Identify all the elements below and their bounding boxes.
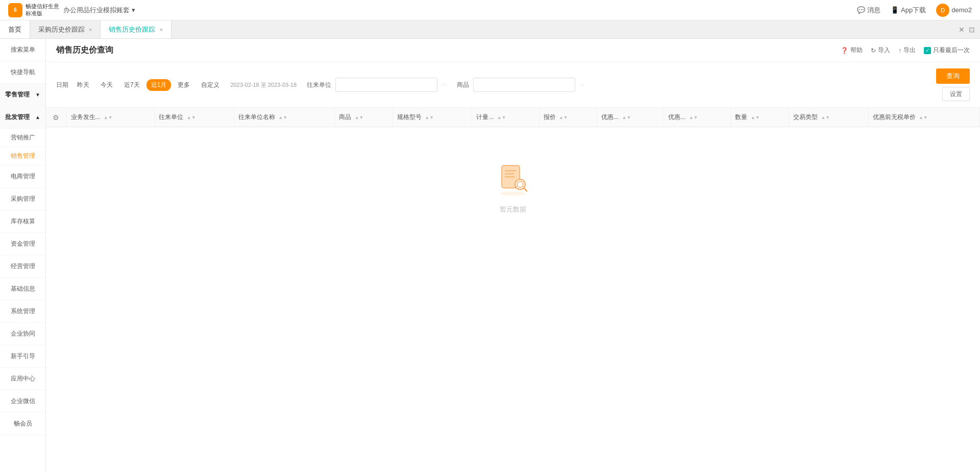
tab-close-sales[interactable]: × [159, 27, 162, 33]
sidebar-item-basic-info[interactable]: 基础信息 [0, 278, 45, 300]
sidebar-item-app-center[interactable]: 应用中心 [0, 368, 45, 390]
settings-button[interactable]: 设置 [942, 87, 970, 101]
export-btn[interactable]: ↑ 导出 [898, 46, 916, 55]
sort-arrows-partner-name: ▲▼ [278, 115, 287, 120]
sidebar-item-marketing[interactable]: 营销推广 [0, 129, 45, 147]
th-discount1[interactable]: 优惠... ▲▼ [597, 108, 664, 127]
th-business-date[interactable]: 业务发生... ▲▼ [66, 108, 155, 127]
date-filter-label: 日期 [56, 81, 68, 89]
main-layout: 搜索菜单 快捷导航 零售管理 ▼ 批发管理 ▲ 营销推广 销售管理 电商管理 采… [0, 39, 980, 472]
partner-input[interactable] [335, 78, 437, 92]
th-partner-code[interactable]: 往来单位 ▲▼ [155, 108, 234, 127]
date-btn-yesterday[interactable]: 昨天 [72, 79, 94, 91]
sidebar-item-retail[interactable]: 零售管理 ▼ [0, 84, 45, 106]
data-table: ⚙ 业务发生... ▲▼ 往来单位 ▲▼ 往来单位名称 [46, 108, 980, 127]
query-button[interactable]: 查询 [936, 68, 970, 84]
export-icon: ↑ [898, 47, 901, 54]
tab-home[interactable]: 首页 [0, 20, 30, 38]
sidebar-item-wechat[interactable]: 企业微信 [0, 390, 45, 413]
content-area: 销售历史价查询 ❓ 帮助 ↻ 导入 ↑ 导出 ✓ [46, 39, 980, 472]
sidebar-item-member[interactable]: 畅会员 [0, 413, 45, 435]
sidebar-item-operation[interactable]: 经营管理 [0, 255, 45, 278]
page-content: 销售历史价查询 ❓ 帮助 ↻ 导入 ↑ 导出 ✓ [46, 39, 980, 472]
import-icon: ↻ [871, 47, 876, 54]
th-unit[interactable]: 计量... ▲▼ [472, 108, 539, 127]
sidebar-item-purchase[interactable]: 采购管理 [0, 188, 45, 210]
date-range-text: 2023-02-18 至 2023-03-18 [230, 81, 297, 89]
tab-bar: 首页 采购历史价跟踪 × 销售历史价跟踪 × ✕ ⊡ [0, 20, 980, 39]
sidebar-item-enterprise[interactable]: 企业协同 [0, 323, 45, 345]
date-btn-today[interactable]: 今天 [96, 79, 117, 91]
sidebar-item-search[interactable]: 搜索菜单 [0, 39, 45, 61]
help-icon: ❓ [841, 47, 848, 54]
sort-arrows-pretax-price: ▲▼ [919, 115, 928, 120]
th-partner-name[interactable]: 往来单位名称 ▲▼ [234, 108, 334, 127]
sidebar-item-finance[interactable]: 资金管理 [0, 233, 45, 255]
tab-purchase-history[interactable]: 采购历史价跟踪 × [30, 20, 101, 38]
restore-window-btn[interactable]: ⊡ [969, 26, 975, 34]
sort-arrows-discount2: ▲▼ [689, 115, 698, 120]
sort-arrows-product: ▲▼ [355, 115, 364, 120]
th-discount2[interactable]: 优惠... ▲▼ [664, 108, 731, 127]
date-btn-more[interactable]: 更多 [173, 79, 194, 91]
svg-rect-4 [505, 173, 514, 175]
sidebar-item-system[interactable]: 系统管理 [0, 300, 45, 323]
date-btn-last7[interactable]: 近7天 [119, 79, 144, 91]
top-header: 6 畅捷信好生意 标准版 办公用品行业模拟账套 ▾ 💬 消息 📱 App下载 D… [0, 0, 980, 20]
logo-area: 6 畅捷信好生意 标准版 [8, 3, 59, 17]
user-profile[interactable]: D demo2 [936, 4, 972, 17]
title-actions: ❓ 帮助 ↻ 导入 ↑ 导出 ✓ 只看最后一次 [841, 46, 970, 55]
wholesale-arrow: ▲ [35, 114, 40, 120]
svg-rect-5 [505, 176, 515, 178]
th-price[interactable]: 报价 ▲▼ [539, 108, 597, 127]
product-input[interactable] [473, 78, 575, 92]
sidebar-item-quick-nav[interactable]: 快捷导航 [0, 61, 45, 84]
sort-arrows-trade-type: ▲▼ [821, 115, 830, 120]
sort-arrows-spec: ▲▼ [425, 115, 434, 120]
th-settings[interactable]: ⚙ [46, 108, 66, 127]
logo-text: 畅捷信好生意 标准版 [26, 3, 59, 16]
logo-icon: 6 [8, 3, 22, 17]
close-window-btn[interactable]: ✕ [959, 26, 965, 34]
svg-line-8 [524, 188, 527, 191]
th-pretax-price[interactable]: 优惠前无税单价 ▲▼ [868, 108, 979, 127]
sidebar-item-ecommerce[interactable]: 电商管理 [0, 166, 45, 188]
page-title-bar: 销售历史价查询 ❓ 帮助 ↻ 导入 ↑ 导出 ✓ [46, 39, 980, 62]
date-btn-custom[interactable]: 自定义 [197, 79, 224, 91]
partner-filter-label: 往来单位 [307, 81, 331, 89]
th-quantity[interactable]: 数量 ▲▼ [731, 108, 789, 127]
sidebar-item-wholesale[interactable]: 批发管理 ▲ [0, 106, 45, 129]
date-buttons: 昨天 今天 近7天 近1月 更多 自定义 [72, 79, 224, 91]
sidebar-item-guide[interactable]: 新手引导 [0, 345, 45, 368]
partner-filter-group: 往来单位 ··· [307, 78, 447, 92]
message-action[interactable]: 💬 消息 [857, 6, 880, 15]
sidebar-item-sales-mgmt[interactable]: 销售管理 [0, 147, 45, 166]
th-product[interactable]: 商品 ▲▼ [335, 108, 393, 127]
sort-arrows-unit: ▲▼ [497, 115, 506, 120]
date-filter-group: 日期 昨天 今天 近7天 近1月 更多 自定义 2023-02-18 至 202… [56, 79, 297, 91]
date-btn-last1m[interactable]: 近1月 [146, 79, 172, 91]
empty-text: 暂元数据 [500, 205, 526, 214]
page-title: 销售历史价查询 [56, 45, 113, 56]
tab-close-purchase[interactable]: × [89, 27, 92, 33]
help-btn[interactable]: ❓ 帮助 [841, 46, 863, 55]
sidebar-item-inventory[interactable]: 库存核算 [0, 210, 45, 233]
sort-arrows-partner-code: ▲▼ [187, 115, 196, 120]
sort-arrows-price: ▲▼ [559, 115, 568, 120]
th-spec[interactable]: 规格型号 ▲▼ [393, 108, 472, 127]
gear-icon[interactable]: ⚙ [53, 113, 59, 122]
app-download-action[interactable]: 📱 App下载 [891, 6, 926, 15]
svg-point-9 [521, 180, 523, 182]
only-last-checkbox[interactable]: ✓ 只看最后一次 [924, 46, 970, 55]
sort-arrows-discount1: ▲▼ [622, 115, 631, 120]
th-trade-type[interactable]: 交易类型 ▲▼ [789, 108, 869, 127]
empty-icon [493, 158, 533, 199]
filter-right-actions: 查询 设置 [936, 68, 970, 101]
tab-sales-history[interactable]: 销售历史价跟踪 × [101, 20, 171, 38]
app-selector[interactable]: 办公用品行业模拟账套 ▾ [63, 6, 135, 15]
sort-arrows-quantity: ▲▼ [751, 115, 760, 120]
import-btn[interactable]: ↻ 导入 [871, 46, 890, 55]
app-download-icon: 📱 [891, 6, 899, 14]
sort-arrows-business-date: ▲▼ [104, 115, 113, 120]
table-header-row: ⚙ 业务发生... ▲▼ 往来单位 ▲▼ 往来单位名称 [46, 108, 980, 127]
